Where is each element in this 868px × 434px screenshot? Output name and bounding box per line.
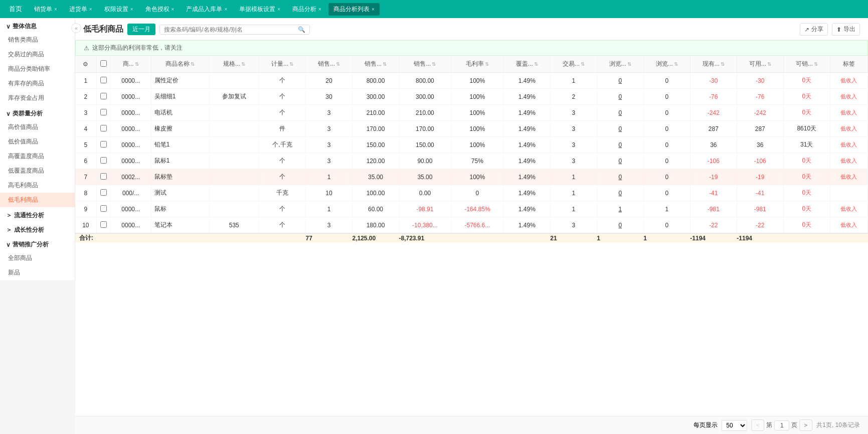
row-checkbox[interactable] [100,189,107,196]
sidebar-item-new-products[interactable]: 新品 [0,265,75,280]
row-name[interactable]: 鼠标垫 [151,169,209,185]
sidebar-group-overall[interactable]: ∨ 整体信息 [0,18,75,33]
row-name[interactable]: 鼠标 [151,201,209,217]
col-sales-price[interactable]: 销售...⇅ [352,56,399,73]
sidebar-item-low-coverage[interactable]: 低覆盖度商品 [0,164,75,178]
page-size-select[interactable]: 50 100 200 [722,420,747,431]
col-browse1[interactable]: 浏览...⇅ [597,56,643,73]
close-analysis-icon[interactable]: × [318,7,321,12]
sort-browse1-icon[interactable]: ⇅ [627,61,631,67]
sort-code-icon[interactable]: ⇅ [135,61,139,67]
col-spec[interactable]: 规格...⇅ [209,56,259,73]
sort-amount-icon[interactable]: ⇅ [432,61,436,67]
row-browse1[interactable]: 0 [597,153,643,169]
filter-period-button[interactable]: 近一月 [127,24,155,35]
row-name[interactable]: 铅笔1 [151,137,209,153]
sidebar-group-cluster[interactable]: ∨ 类群量分析 [0,105,75,120]
row-name[interactable]: 吴细细1 [151,89,209,105]
sort-price-icon[interactable]: ⇅ [383,61,387,67]
row-checkbox-cell[interactable] [96,185,110,201]
next-page-button[interactable]: ＞ [799,419,812,431]
close-roles-icon[interactable]: × [171,7,175,12]
search-input[interactable] [164,26,298,33]
export-button[interactable]: ⬆ 导出 [832,23,860,36]
sidebar-item-stock-products[interactable]: 有库存的商品 [0,76,75,91]
sort-available-icon[interactable]: ⇅ [767,61,771,67]
sort-spec-icon[interactable]: ⇅ [241,61,245,67]
row-browse1[interactable]: 0 [597,73,643,89]
row-name[interactable]: 笔记本 [151,217,209,234]
nav-permissions[interactable]: 权限设置× [99,3,138,16]
sidebar-item-category-rate[interactable]: 商品分类助销率 [0,62,75,76]
search-box[interactable]: 🔍 [159,25,310,35]
row-checkbox[interactable] [100,93,107,99]
row-checkbox-cell[interactable] [96,73,110,89]
close-analysis-list-icon[interactable]: × [372,7,375,12]
select-all-checkbox[interactable] [100,60,107,67]
row-browse1[interactable]: 0 [597,121,643,137]
col-browse2[interactable]: 浏览...⇅ [643,56,690,73]
nav-analysis-list[interactable]: 商品分析列表× [328,3,380,16]
sidebar-collapse-button[interactable]: « [71,23,81,33]
col-code[interactable]: 商...⇅ [110,56,151,73]
row-checkbox-cell[interactable] [96,105,110,121]
sidebar-item-low-margin[interactable]: 低毛利商品 [0,193,75,207]
col-unit[interactable]: 计量...⇅ [259,56,306,73]
row-checkbox-cell[interactable] [96,153,110,169]
row-checkbox[interactable] [100,157,107,164]
sort-saleable-icon[interactable]: ⇅ [814,61,818,67]
sidebar-group-liquidity[interactable]: ＞ 流通性分析 [0,207,75,222]
col-current-stock[interactable]: 现有...⇅ [690,56,737,73]
sort-stock-icon[interactable]: ⇅ [721,61,725,67]
close-permissions-icon[interactable]: × [130,7,133,12]
row-checkbox-cell[interactable] [96,137,110,153]
col-name[interactable]: 商品名称⇅ [151,56,209,73]
row-browse1[interactable]: 0 [597,185,643,201]
sidebar-item-traded-products[interactable]: 交易过的商品 [0,47,75,62]
sidebar-item-high-margin[interactable]: 高毛利商品 [0,178,75,193]
sort-margin-icon[interactable]: ⇅ [485,61,489,67]
col-sales-amount[interactable]: 销售...⇅ [399,56,451,73]
search-icon[interactable]: 🔍 [298,26,305,33]
row-browse1[interactable]: 0 [597,105,643,121]
sidebar-item-stock-capital[interactable]: 库存资金占用 [0,91,75,105]
nav-sales[interactable]: 销货单× [29,3,62,16]
nav-roles[interactable]: 角色授权× [140,3,180,16]
row-checkbox-cell[interactable] [96,201,110,217]
row-checkbox[interactable] [100,173,107,180]
nav-template-settings[interactable]: 单据模板设置× [234,3,285,16]
row-name[interactable]: 测试 [151,185,209,201]
col-available[interactable]: 可用...⇅ [737,56,783,73]
row-browse1[interactable]: 0 [597,137,643,153]
col-cover-rate[interactable]: 覆盖...⇅ [503,56,550,73]
row-name[interactable]: 鼠标1 [151,153,209,169]
prev-page-button[interactable]: ＜ [751,419,764,431]
row-checkbox[interactable] [100,205,107,212]
sort-browse2-icon[interactable]: ⇅ [674,61,678,67]
row-checkbox[interactable] [100,125,107,131]
row-checkbox-cell[interactable] [96,217,110,234]
nav-home[interactable]: 首页 [4,3,27,16]
col-transaction[interactable]: 交易...⇅ [550,56,597,73]
col-settings[interactable]: ⚙ [75,56,96,73]
col-sales-qty[interactable]: 销售...⇅ [306,56,353,73]
current-page[interactable]: 1 [774,420,789,430]
row-name[interactable]: 属性定价 [151,73,209,89]
share-button[interactable]: ↗ 分享 [800,23,828,36]
row-checkbox-cell[interactable] [96,169,110,185]
sidebar-item-sales-products[interactable]: 销售类商品 [0,33,75,47]
nav-product-analysis[interactable]: 商品分析× [287,3,326,16]
col-saleable[interactable]: 可销...⇅ [783,56,830,73]
row-checkbox[interactable] [100,77,107,83]
row-name[interactable]: 橡皮擦 [151,121,209,137]
nav-purchase[interactable]: 进货单× [64,3,97,16]
sidebar-group-marketing[interactable]: ∨ 营销推广分析 [0,236,75,251]
nav-product-entry[interactable]: 产成品入库单× [181,3,232,16]
row-browse1[interactable]: 1 [597,201,643,217]
sort-cover-icon[interactable]: ⇅ [534,61,538,67]
close-purchase-icon[interactable]: × [89,7,92,12]
row-checkbox[interactable] [100,221,107,228]
row-checkbox-cell[interactable] [96,89,110,105]
row-checkbox[interactable] [100,141,107,148]
sidebar-item-all-products[interactable]: 全部商品 [0,251,75,265]
